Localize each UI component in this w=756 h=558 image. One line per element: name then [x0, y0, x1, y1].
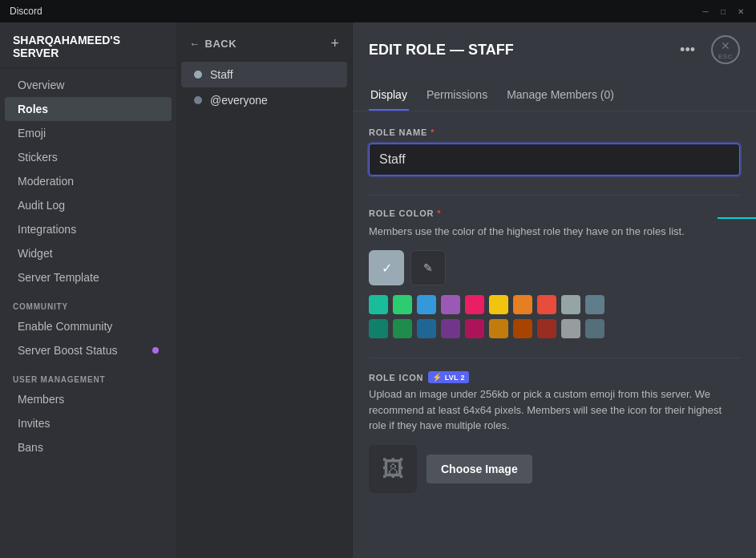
section-divider-1	[369, 195, 740, 196]
more-options-button[interactable]: •••	[673, 38, 701, 62]
header-right: ••• ✕ ESC	[673, 35, 740, 64]
add-role-button[interactable]: +	[330, 35, 339, 52]
color-swatches-row1	[369, 295, 740, 314]
color-swatches-row2	[369, 319, 740, 338]
role-dot-staff	[194, 71, 202, 79]
edit-role-title: EDIT ROLE — STAFF	[369, 42, 514, 59]
community-section-label: COMMUNITY	[0, 289, 176, 314]
color-description: Members use the color of the highest rol…	[369, 224, 740, 239]
tab-manage-members[interactable]: Manage Members (0)	[505, 80, 616, 111]
back-label: BACK	[205, 38, 237, 50]
user-management-section-label: USER MANAGEMENT	[0, 362, 176, 387]
custom-color-button[interactable]: ✎	[410, 250, 446, 285]
color-required-star: *	[437, 208, 441, 218]
role-icon-label: ROLE ICON ⚡ LVL 2	[369, 371, 740, 383]
boost-icon: ⚡	[432, 373, 442, 382]
roles-panel: ← BACK + Staff @everyone	[176, 22, 353, 558]
role-dot-everyone	[194, 96, 202, 104]
required-star: *	[431, 127, 435, 137]
selected-color-button[interactable]: ✓	[369, 250, 404, 285]
sidebar-item-invites[interactable]: Invites	[5, 411, 172, 435]
server-name: SHARQAHAMEED'S SERVER	[0, 22, 176, 68]
role-name-label: ROLE NAME *	[369, 127, 740, 137]
minimize-button[interactable]: ─	[700, 6, 711, 17]
maximize-button[interactable]: □	[718, 6, 729, 17]
esc-label: ESC	[718, 53, 733, 60]
swatch-ad1457[interactable]	[465, 319, 484, 338]
swatch-71368a[interactable]	[441, 319, 460, 338]
choose-image-button[interactable]: Choose Image	[427, 455, 532, 483]
swatch-11806a[interactable]	[369, 319, 388, 338]
sidebar-item-server-template[interactable]: Server Template	[5, 265, 172, 289]
role-icon-row: 🖼 Choose Image	[369, 445, 740, 493]
role-tabs: Display Permissions Manage Members (0)	[353, 71, 756, 111]
sidebar-item-roles[interactable]: Roles	[5, 97, 172, 121]
arrow-line	[718, 217, 756, 219]
swatch-2ecc71[interactable]	[393, 295, 412, 314]
role-name-staff: Staff	[210, 68, 233, 81]
boost-badge	[152, 347, 159, 354]
sidebar-item-integrations[interactable]: Integrations	[5, 217, 172, 241]
sidebar-item-overview[interactable]: Overview	[5, 73, 172, 97]
server-boost-label: Server Boost Status	[18, 344, 118, 357]
role-color-label: ROLE COLOR *	[369, 208, 740, 218]
app-layout: SHARQAHAMEED'S SERVER Overview Roles Emo…	[0, 22, 756, 558]
swatch-9b59b6[interactable]	[441, 295, 460, 314]
close-icon: ✕	[721, 40, 730, 51]
sidebar-item-audit-log[interactable]: Audit Log	[5, 193, 172, 217]
role-name-input[interactable]	[369, 144, 740, 176]
edit-panel-header: EDIT ROLE — STAFF ••• ✕ ESC	[353, 22, 756, 64]
esc-button[interactable]: ✕ ESC	[711, 35, 740, 64]
role-icon-placeholder: 🖼	[369, 445, 417, 493]
roles-panel-header: ← BACK +	[176, 35, 352, 62]
sidebar-item-server-boost[interactable]: Server Boost Status	[5, 338, 172, 362]
role-item-everyone[interactable]: @everyone	[181, 87, 347, 113]
swatch-3498db[interactable]	[417, 295, 436, 314]
swatch-1f8b4c[interactable]	[393, 319, 412, 338]
swatch-206694[interactable]	[417, 319, 436, 338]
role-name-everyone: @everyone	[210, 94, 268, 107]
arrow-annotation	[718, 213, 756, 223]
sidebar-item-members[interactable]: Members	[5, 387, 172, 411]
swatch-e67e22[interactable]	[513, 295, 532, 314]
sidebar-item-bans[interactable]: Bans	[5, 435, 172, 459]
swatch-f1c40f[interactable]	[489, 295, 508, 314]
app-title: Discord	[10, 6, 42, 17]
sidebar-item-stickers[interactable]: Stickers	[5, 145, 172, 169]
add-image-icon: 🖼	[382, 455, 404, 482]
sidebar: SHARQAHAMEED'S SERVER Overview Roles Emo…	[0, 22, 176, 558]
close-button[interactable]: ✕	[735, 6, 746, 17]
sidebar-item-moderation[interactable]: Moderation	[5, 169, 172, 193]
tab-display[interactable]: Display	[369, 80, 409, 111]
back-arrow-icon: ←	[189, 38, 200, 50]
role-icon-description: Upload an image under 256kb or pick a cu…	[369, 386, 740, 434]
back-button[interactable]: ← BACK	[189, 38, 237, 50]
sidebar-item-emoji[interactable]: Emoji	[5, 121, 172, 145]
swatch-c27c0e[interactable]	[489, 319, 508, 338]
swatch-e91e63[interactable]	[465, 295, 484, 314]
role-item-staff[interactable]: Staff	[181, 62, 347, 87]
titlebar: Discord ─ □ ✕	[0, 0, 756, 22]
swatch-979c9f[interactable]	[561, 319, 580, 338]
swatch-e74c3c[interactable]	[537, 295, 556, 314]
tab-permissions[interactable]: Permissions	[425, 80, 489, 111]
section-divider-2	[369, 358, 740, 358]
color-presets-row: ✓ ✎	[369, 250, 740, 285]
check-icon: ✓	[382, 261, 392, 276]
sidebar-item-enable-community[interactable]: Enable Community	[5, 314, 172, 338]
sidebar-item-widget[interactable]: Widget	[5, 241, 172, 265]
swatch-607d8b[interactable]	[585, 295, 604, 314]
edit-content: ROLE NAME * ROLE COLOR * Members use the…	[353, 111, 756, 558]
swatch-992d22[interactable]	[537, 319, 556, 338]
boost-level-badge: ⚡ LVL 2	[428, 371, 469, 383]
edit-role-panel: EDIT ROLE — STAFF ••• ✕ ESC Display Perm…	[353, 22, 756, 558]
swatch-a84300[interactable]	[513, 319, 532, 338]
swatch-1abc9c[interactable]	[369, 295, 388, 314]
swatch-546e7a[interactable]	[585, 319, 604, 338]
window-controls: ─ □ ✕	[700, 6, 746, 17]
swatch-95a5a6[interactable]	[561, 295, 580, 314]
pencil-icon: ✎	[423, 261, 433, 274]
